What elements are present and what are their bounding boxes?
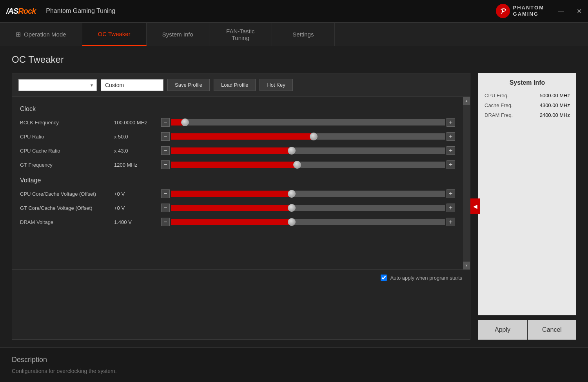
minimize-button[interactable]: — bbox=[552, 0, 570, 22]
profile-bar: Save Profile Load Profile Hot Key bbox=[12, 73, 470, 97]
cache-freq-value: 4300.00 MHz bbox=[540, 102, 570, 108]
gt-freq-minus[interactable]: − bbox=[161, 160, 170, 169]
bclk-minus[interactable]: − bbox=[161, 118, 170, 127]
hotkey-button[interactable]: Hot Key bbox=[260, 79, 292, 91]
dram-freq-value: 2400.00 MHz bbox=[540, 112, 570, 118]
page-title: OC Tweaker bbox=[12, 54, 576, 65]
phantom-branding: 𝓟 PHANTOMGAMING bbox=[496, 4, 544, 18]
navbar: ⊞ Operation Mode OC Tweaker System Info … bbox=[0, 23, 588, 46]
cpu-cache-plus[interactable]: + bbox=[446, 146, 455, 155]
slider-row-bclk: BCLK Frequency 100.0000 MHz − + bbox=[20, 118, 455, 127]
slider-row-cpu-ratio: CPU Ratio x 50.0 − + bbox=[20, 132, 455, 141]
tab-system-info-label: System Info bbox=[162, 31, 193, 38]
bclk-plus[interactable]: + bbox=[446, 118, 455, 127]
gt-voltage-track[interactable] bbox=[171, 205, 445, 211]
dram-voltage-track[interactable] bbox=[171, 219, 445, 225]
grid-icon: ⊞ bbox=[16, 31, 21, 38]
sliders-content: Clock BCLK Frequency 100.0000 MHz − bbox=[12, 97, 463, 269]
profile-select-wrapper bbox=[18, 79, 97, 91]
apply-button[interactable]: Apply bbox=[478, 320, 527, 340]
cpu-voltage-value: +0 V bbox=[114, 191, 157, 197]
description-text: Configurations for overclocking the syst… bbox=[12, 368, 576, 374]
scroll-up-arrow[interactable]: ▲ bbox=[463, 97, 470, 105]
sysinfo-card: System Info CPU Freq. 5000.00 MHz Cache … bbox=[478, 73, 576, 315]
bclk-value: 100.0000 MHz bbox=[114, 120, 157, 126]
profile-name-input[interactable] bbox=[101, 79, 163, 91]
titlebar: /ASRock Phantom Gaming Tuning 𝓟 PHANTOMG… bbox=[0, 0, 588, 23]
cpu-voltage-minus[interactable]: − bbox=[161, 189, 170, 198]
bclk-label: BCLK Frequency bbox=[20, 120, 110, 126]
cpu-voltage-ctrl: − + bbox=[161, 189, 455, 198]
slider-row-cpu-voltage: CPU Core/Cache Voltage (Offset) +0 V − + bbox=[20, 189, 455, 198]
cpu-ratio-track[interactable] bbox=[171, 133, 445, 140]
cache-freq-label: Cache Freq. bbox=[485, 102, 513, 108]
cpu-cache-minus[interactable]: − bbox=[161, 146, 170, 155]
gt-freq-plus[interactable]: + bbox=[446, 160, 455, 169]
tab-fan-tastic[interactable]: FAN-TasticTuning bbox=[209, 23, 272, 46]
dram-voltage-minus[interactable]: − bbox=[161, 218, 170, 226]
cpu-cache-value: x 43.0 bbox=[114, 148, 157, 154]
cpu-cache-ctrl: − + bbox=[161, 146, 455, 155]
tab-operation-mode-label: Operation Mode bbox=[24, 31, 66, 38]
tab-oc-tweaker-label: OC Tweaker bbox=[98, 31, 131, 37]
clock-group-label: Clock bbox=[20, 106, 455, 113]
scroll-down-arrow[interactable]: ▼ bbox=[463, 262, 470, 269]
auto-apply-row: Auto apply when program starts bbox=[12, 269, 470, 286]
gt-freq-value: 1200 MHz bbox=[114, 162, 157, 168]
gt-voltage-label: GT Core/Cache Voltage (Offset) bbox=[20, 205, 110, 211]
oc-main-panel: Save Profile Load Profile Hot Key Clock … bbox=[12, 73, 470, 340]
sysinfo-cpu-freq: CPU Freq. 5000.00 MHz bbox=[485, 93, 570, 98]
slider-row-cpu-cache: CPU Cache Ratio x 43.0 − + bbox=[20, 146, 455, 155]
cpu-voltage-label: CPU Core/Cache Voltage (Offset) bbox=[20, 191, 110, 197]
tab-system-info[interactable]: System Info bbox=[147, 23, 209, 46]
cpu-ratio-ctrl: − + bbox=[161, 132, 455, 141]
load-profile-button[interactable]: Load Profile bbox=[214, 79, 256, 91]
auto-apply-checkbox[interactable] bbox=[381, 275, 387, 281]
sysinfo-cache-freq: Cache Freq. 4300.00 MHz bbox=[485, 102, 570, 108]
cpu-ratio-minus[interactable]: − bbox=[161, 132, 170, 141]
voltage-group-label: Voltage bbox=[20, 177, 455, 184]
gt-voltage-plus[interactable]: + bbox=[446, 204, 455, 212]
cpu-voltage-plus[interactable]: + bbox=[446, 189, 455, 198]
profile-dropdown[interactable] bbox=[18, 79, 97, 91]
slider-row-gt-freq: GT Frequency 1200 MHz − + bbox=[20, 160, 455, 169]
bclk-track[interactable] bbox=[171, 119, 445, 126]
oc-section: OC Tweaker Save Profile Load Profile Hot… bbox=[0, 46, 588, 347]
tab-settings[interactable]: Settings bbox=[272, 23, 335, 46]
tab-oc-tweaker[interactable]: OC Tweaker bbox=[82, 23, 147, 46]
cpu-voltage-track[interactable] bbox=[171, 191, 445, 197]
tab-operation-mode[interactable]: ⊞ Operation Mode bbox=[0, 23, 82, 46]
bclk-ctrl: − + bbox=[161, 118, 455, 127]
gt-voltage-minus[interactable]: − bbox=[161, 204, 170, 212]
phantom-label: PHANTOMGAMING bbox=[513, 5, 544, 17]
sysinfo-dram-freq: DRAM Freq. 2400.00 MHz bbox=[485, 112, 570, 118]
close-button[interactable]: ✕ bbox=[570, 0, 588, 22]
description-section: Description Configurations for overclock… bbox=[0, 347, 588, 382]
tab-settings-label: Settings bbox=[292, 31, 314, 38]
phantom-icon: 𝓟 bbox=[496, 4, 510, 18]
slider-row-gt-voltage: GT Core/Cache Voltage (Offset) +0 V − + bbox=[20, 204, 455, 212]
cpu-ratio-plus[interactable]: + bbox=[446, 132, 455, 141]
main-content: OC Tweaker Save Profile Load Profile Hot… bbox=[0, 46, 588, 382]
auto-apply-label: Auto apply when program starts bbox=[390, 275, 462, 281]
save-profile-button[interactable]: Save Profile bbox=[167, 79, 210, 91]
cpu-ratio-value: x 50.0 bbox=[114, 134, 157, 140]
tab-fan-tastic-label: FAN-TasticTuning bbox=[226, 28, 255, 41]
dram-voltage-plus[interactable]: + bbox=[446, 218, 455, 226]
sysinfo-title: System Info bbox=[485, 79, 570, 86]
slider-row-dram-voltage: DRAM Voltage 1.400 V − + bbox=[20, 218, 455, 226]
scrollbar[interactable]: ▲ ▼ bbox=[463, 97, 470, 269]
window-controls: — ✕ bbox=[552, 0, 588, 22]
cancel-button[interactable]: Cancel bbox=[528, 320, 576, 340]
asrock-logo: /ASRock bbox=[0, 7, 42, 16]
panel-toggle-button[interactable]: ◀ bbox=[470, 198, 480, 214]
cpu-freq-label: CPU Freq. bbox=[485, 93, 508, 98]
cpu-cache-track[interactable] bbox=[171, 147, 445, 154]
dram-voltage-label: DRAM Voltage bbox=[20, 219, 110, 225]
cpu-ratio-label: CPU Ratio bbox=[20, 134, 110, 140]
action-buttons: Apply Cancel bbox=[478, 320, 576, 340]
app-title: Phantom Gaming Tuning bbox=[42, 7, 495, 15]
oc-panel: Save Profile Load Profile Hot Key Clock … bbox=[12, 73, 576, 340]
gt-voltage-ctrl: − + bbox=[161, 204, 455, 212]
gt-freq-track[interactable] bbox=[171, 162, 445, 168]
